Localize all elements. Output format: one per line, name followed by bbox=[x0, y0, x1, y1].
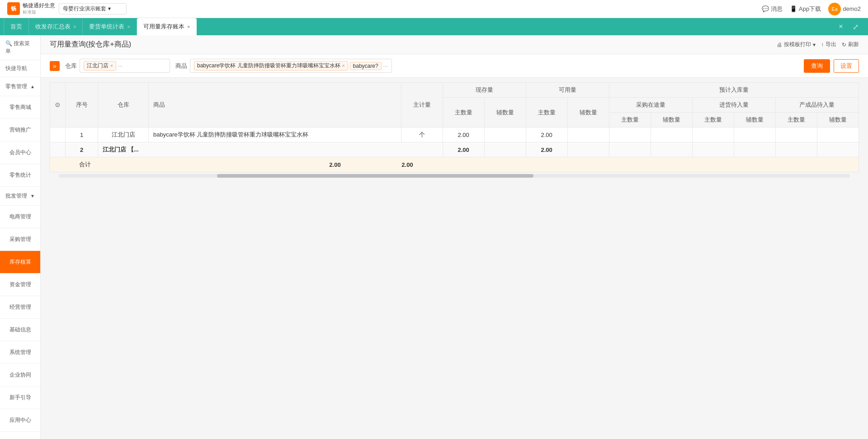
col-purch-aux: 辅数量 bbox=[651, 113, 692, 127]
top-bar-left: 畅 畅捷通好生意 标准版 母婴行业演示账套 ▾ bbox=[7, 2, 127, 15]
nav-tabs: 首页 收发存汇总表 × 要货单统计表 × 可用量库存账本 × × ⤢ bbox=[0, 18, 868, 35]
message-btn[interactable]: 💬 消息 bbox=[762, 5, 783, 13]
sidebar-item-marketing[interactable]: 营销推广 bbox=[0, 119, 40, 142]
col-prod-main: 主数量 bbox=[775, 113, 817, 127]
print-icon: 🖨 bbox=[777, 42, 782, 48]
sidebar-item-newbie[interactable]: 新手引导 bbox=[0, 387, 40, 409]
sidebar-item-operations[interactable]: 经营管理 bbox=[0, 296, 40, 319]
sidebar-item-ecommerce[interactable]: 电商管理 bbox=[0, 206, 40, 228]
table-area: ⚙ 序号 仓库 商品 主计量 现存量 可用量 预计入库量 主数量 辅数量 主数量 bbox=[41, 78, 868, 439]
sidebar-item-retail-stats[interactable]: 零售统计 bbox=[0, 164, 40, 187]
col-avail-aux: 辅数量 bbox=[567, 98, 609, 127]
tab-home[interactable]: 首页 bbox=[4, 18, 29, 35]
warehouse-filter-group: 仓库 江北门店 × ··· bbox=[65, 59, 170, 73]
tab-receivables[interactable]: 收发存汇总表 × bbox=[29, 18, 83, 35]
tab-requisition-close[interactable]: × bbox=[127, 24, 130, 29]
product-tag-1-close[interactable]: × bbox=[342, 63, 345, 68]
sidebar-item-basics[interactable]: 基础信息 bbox=[0, 319, 40, 341]
col-stock-header: 现存量 bbox=[443, 83, 526, 98]
retail-mgmt-caret-icon: ▲ bbox=[30, 84, 35, 89]
tab-requisition[interactable]: 要货单统计表 × bbox=[83, 18, 137, 35]
tab-available-close[interactable]: × bbox=[187, 24, 190, 29]
gear-icon[interactable]: ⚙ bbox=[55, 101, 61, 109]
sidebar-item-wecom[interactable]: 企业微信 bbox=[0, 432, 40, 439]
warehouse-filter-label: 仓库 bbox=[65, 62, 77, 70]
industry-select[interactable]: 母婴行业演示账套 ▾ bbox=[59, 3, 127, 14]
col-warehouse-header: 仓库 bbox=[98, 83, 149, 127]
col-products-pending-header: 产成品待入量 bbox=[775, 98, 859, 113]
sidebar-item-wholesale-mgmt[interactable]: 批发管理 ▼ bbox=[0, 187, 40, 206]
page-header: 可用量查询(按仓库+商品) 🖨 按模板打印 ▾ ↑ 导出 ↻ 刷新 bbox=[41, 35, 868, 54]
app-download-btn[interactable]: 📱 App下载 bbox=[790, 5, 821, 13]
sidebar-item-system[interactable]: 系统管理 bbox=[0, 341, 40, 364]
cell-warehouse: 江北门店 bbox=[98, 127, 149, 142]
sidebar-quicknav[interactable]: 快捷导航 bbox=[0, 60, 40, 77]
cell-purch-main bbox=[609, 127, 651, 142]
top-bar: 畅 畅捷通好生意 标准版 母婴行业演示账套 ▾ 💬 消息 📱 App下载 Ea … bbox=[0, 0, 868, 18]
tab-home-label: 首页 bbox=[10, 23, 22, 31]
product-ellipsis[interactable]: ··· bbox=[383, 63, 388, 69]
refresh-btn[interactable]: ↻ 刷新 bbox=[842, 41, 859, 48]
sidebar-item-member[interactable]: 会员中心 bbox=[0, 142, 40, 164]
sidebar-search[interactable]: 🔍 搜索菜单 bbox=[0, 35, 40, 60]
col-goods-main: 主数量 bbox=[692, 113, 734, 127]
warehouse-filter-field[interactable]: 江北门店 × ··· bbox=[80, 59, 170, 73]
export-btn[interactable]: ↑ 导出 bbox=[821, 41, 836, 48]
product-filter-field[interactable]: babycare学饮杯 儿童防摔防撞吸管杯重力球吸嘴杯宝宝水杯 × babyca… bbox=[190, 59, 392, 73]
download-icon: 📱 bbox=[790, 5, 797, 12]
warehouse-ellipsis[interactable]: ··· bbox=[118, 63, 123, 69]
query-btn[interactable]: 查询 bbox=[804, 59, 830, 73]
tab-available-label: 可用量库存账本 bbox=[143, 23, 184, 31]
filter-toggle-btn[interactable]: » bbox=[50, 61, 60, 71]
print-caret-icon: ▾ bbox=[813, 42, 816, 48]
subtotal-warehouse: 江北门店 【... bbox=[98, 142, 443, 157]
cell-no: 1 bbox=[66, 127, 98, 142]
warehouse-tag-close[interactable]: × bbox=[110, 63, 113, 68]
brand-subtitle: 标准版 bbox=[23, 9, 55, 15]
product-filter-group: 商品 babycare学饮杯 儿童防摔防撞吸管杯重力球吸嘴杯宝宝水杯 × bab… bbox=[175, 59, 392, 73]
sidebar-item-collab[interactable]: 企业协同 bbox=[0, 364, 40, 387]
page-actions: 🖨 按模板打印 ▾ ↑ 导出 ↻ 刷新 bbox=[777, 41, 859, 48]
sidebar-item-purchase[interactable]: 采购管理 bbox=[0, 228, 40, 251]
user-profile[interactable]: Ea demo2 bbox=[828, 3, 861, 15]
cell-uom: 个 bbox=[401, 127, 443, 142]
sidebar-item-retail-mall[interactable]: 零售商城 bbox=[0, 96, 40, 119]
sidebar-item-retail-mgmt[interactable]: 零售管理 ▲ bbox=[0, 77, 40, 96]
data-table: ⚙ 序号 仓库 商品 主计量 现存量 可用量 预计入库量 主数量 辅数量 主数量 bbox=[50, 82, 859, 157]
filter-actions: 查询 设置 bbox=[804, 59, 859, 73]
scroll-thumb[interactable] bbox=[217, 174, 533, 178]
col-avail-header: 可用量 bbox=[526, 83, 609, 98]
avatar: Ea bbox=[828, 3, 841, 15]
sidebar-item-appcenter[interactable]: 应用中心 bbox=[0, 409, 40, 432]
brand-title: 畅捷通好生意 bbox=[23, 2, 55, 9]
table-row: 1 江北门店 babycare学饮杯 儿童防摔防撞吸管杯重力球吸嘴杯宝宝水杯 个… bbox=[50, 127, 859, 142]
col-stock-main: 主数量 bbox=[443, 98, 484, 127]
cell-stock-aux bbox=[484, 127, 526, 142]
col-avail-main: 主数量 bbox=[526, 98, 567, 127]
cell-stock-main: 2.00 bbox=[443, 127, 484, 142]
template-print-btn[interactable]: 🖨 按模板打印 ▾ bbox=[777, 41, 816, 48]
sidebar-item-finance[interactable]: 资金管理 bbox=[0, 274, 40, 296]
top-bar-right: 💬 消息 📱 App下载 Ea demo2 bbox=[762, 3, 861, 15]
close-all-btn[interactable]: × bbox=[835, 21, 846, 32]
scroll-bar-area bbox=[50, 172, 859, 179]
footer-label: 合计 bbox=[55, 160, 317, 169]
subtotal-avail-aux bbox=[567, 142, 609, 157]
col-no-header: 序号 bbox=[66, 83, 98, 127]
maximize-btn[interactable]: ⤢ bbox=[850, 21, 861, 32]
col-purchase-transit-header: 采购在途量 bbox=[609, 98, 692, 113]
cell-product: babycare学饮杯 儿童防摔防撞吸管杯重力球吸嘴杯宝宝水杯 bbox=[149, 127, 401, 142]
col-purch-main: 主数量 bbox=[609, 113, 651, 127]
tab-receivables-close[interactable]: × bbox=[73, 24, 76, 29]
nav-tabs-left: 首页 收发存汇总表 × 要货单统计表 × 可用量库存账本 × bbox=[4, 18, 197, 35]
sidebar: 🔍 搜索菜单 快捷导航 零售管理 ▲ 零售商城 营销推广 会员中心 零售统计 批… bbox=[0, 35, 41, 439]
settings-btn[interactable]: 设置 bbox=[834, 59, 859, 73]
export-icon: ↑ bbox=[821, 42, 824, 48]
sidebar-item-inventory[interactable]: 库存核算 bbox=[0, 251, 40, 274]
warehouse-tag: 江北门店 × bbox=[84, 61, 116, 71]
search-icon: 🔍 bbox=[5, 40, 12, 47]
tab-available[interactable]: 可用量库存账本 × bbox=[137, 18, 197, 35]
subtotal-goods-main bbox=[692, 142, 734, 157]
subtotal-no: 2 bbox=[66, 142, 98, 157]
col-prod-aux: 辅数量 bbox=[817, 113, 859, 127]
